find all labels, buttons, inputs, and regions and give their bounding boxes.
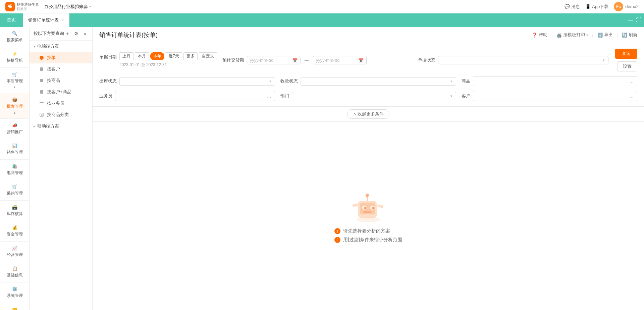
scheme-item-by-salesman[interactable]: 按业务员 [30,98,92,109]
customer-select[interactable]: ... [473,91,637,101]
bill-status-select[interactable]: ▾ [438,56,608,64]
phone-icon: 📱 [585,4,591,9]
bill-status-arrow-icon: ▾ [603,58,605,62]
sidebar-item-ecommerce[interactable]: 🛍️ 电商管理 [0,160,29,180]
shortcut-icon: ⚡ [12,51,17,56]
sidebar-item-retail[interactable]: 🛒 零售管理 ▾ [0,68,29,93]
app-download-action[interactable]: 📱 App下载 [585,4,608,10]
this-month-btn[interactable]: 本月 [135,52,149,60]
scheme-item-by-customer-goods[interactable]: 按客户+商品 [30,86,92,98]
scheme-icon-goods [39,78,44,83]
system-icon: ⚙️ [12,287,17,292]
scheme-group-desktop: ▾ 电脑端方案 按单 按客户 [30,41,92,120]
sidebar-item-purchase[interactable]: 🛒 采购管理 [0,180,29,201]
export-btn[interactable]: ⬇️ 导出 [597,32,613,38]
date-quick-buttons: 上月 本月 本年 近7天 更多 自定义 [119,52,217,60]
scheme-collapse-btn[interactable]: « [82,30,88,37]
collapse-bar[interactable]: ∧ 收起更多条件 [93,107,644,122]
sidebar-item-cooperation[interactable]: 🤝 企业协同 [0,303,29,310]
message-icon: 💬 [565,4,570,9]
receipt-status-filter: 收款状态 ▾ [280,77,456,86]
current-year-btn[interactable]: 本年 [150,52,164,60]
scheme-icon-salesman [39,101,44,106]
expected-date-start[interactable]: yyyy-mm-dd 📅 [247,56,301,64]
sidebar-item-finance[interactable]: 💰 资金管理 [0,221,29,242]
scheme-icon-order [39,55,44,60]
bill-date-filter: 单据日期 上月 本月 本年 近7天 更多 自定义 2023-01-01 至 20… [99,52,217,68]
ship-status-arrow-icon: ▾ [269,79,271,84]
mobile-group-arrow-icon: ▸ [34,124,35,128]
bill-status-filter: 单据状态 ▾ [418,56,608,64]
purchase-icon: 🛒 [12,184,17,189]
marketing-icon: 📣 [12,123,17,128]
ship-status-select[interactable]: ▾ [119,77,275,86]
more-date-btn[interactable]: 更多 [183,52,198,60]
sales-icon: 📊 [12,143,17,148]
scheme-panel: 按以下方案查询 + ⚙ « ▾ 电脑端方案 按单 [30,27,93,310]
export-icon: ⬇️ [597,33,603,38]
last-month-btn[interactable]: 上月 [119,52,133,60]
sidebar-item-wholesale[interactable]: 📦 批发管理 ▴ [0,93,29,119]
goods-select[interactable]: ... [473,76,637,86]
scheme-group-desktop-header[interactable]: ▾ 电脑端方案 [30,41,92,52]
svg-rect-20 [352,203,359,207]
expected-date-filter: 预计交货期 yyyy-mm-dd 📅 — yyyy-mm-dd 📅 [222,56,413,64]
salesman-select[interactable]: ... [115,91,275,101]
logo: 畅 畅捷通好生意 标准版 [5,2,39,11]
user-profile[interactable]: Ea demo2 [614,2,639,11]
customer-ellipsis[interactable]: ... [629,93,634,99]
scheme-item-by-order[interactable]: 按单 [30,52,92,63]
scheme-icon-customer [39,66,44,72]
management-icon: 📈 [12,246,17,251]
svg-point-0 [40,56,44,60]
sidebar-item-search[interactable]: 🔍 搜索菜单 [0,27,29,47]
print-btn[interactable]: 🖨️ 按模板打印 ▾ [556,32,588,38]
sidebar-item-management[interactable]: 📈 经营管理 [0,242,29,262]
settings-btn[interactable]: 设置 [617,61,637,71]
tab-home[interactable]: 首页 [0,13,23,27]
scheme-group-mobile-header[interactable]: ▸ 移动端方案 [30,120,92,132]
basics-icon: 📋 [12,266,17,271]
receipt-status-arrow-icon: ▾ [450,79,452,84]
scheme-icon-customer-goods [39,89,44,95]
tab-close-btn[interactable]: × [61,18,64,22]
scheme-item-by-customer[interactable]: 按客户 [30,63,92,75]
sidebar-item-sales[interactable]: 📊 销售管理 [0,139,29,160]
receipt-status-select[interactable]: ▾ [301,77,456,86]
sidebar-item-inventory[interactable]: 🗃️ 库存核算 [0,201,29,221]
dept-select[interactable]: ▾ [292,92,456,100]
collapse-btn[interactable]: ∧ 收起更多条件 [347,109,390,119]
refresh-btn[interactable]: 🔄 刷新 [622,32,637,38]
tab-sales-statistics[interactable]: 销售订单统计表 × [23,13,69,27]
salesman-ellipsis[interactable]: ... [267,93,271,99]
wholesale-arrow-icon: ▴ [14,111,15,114]
tab-maximize-btn[interactable]: ⛶ [636,17,641,23]
sidebar-item-marketing[interactable]: 📣 营销推广 [0,119,29,139]
tab-minimize-btn[interactable]: — [628,17,633,23]
goods-ellipsis[interactable]: ... [629,78,634,84]
query-btn[interactable]: 查询 [615,49,637,59]
sidebar-item-system[interactable]: ⚙️ 系统管理 [0,282,29,303]
retail-arrow-icon: ▾ [14,85,15,89]
message-action[interactable]: 💬 消息 [565,4,580,10]
refresh-icon: 🔄 [622,33,627,38]
custom-date-btn[interactable]: 自定义 [199,52,217,60]
scheme-item-by-goods[interactable]: 按商品 [30,75,92,86]
scheme-settings-btn[interactable]: ⚙ [73,30,79,37]
ecommerce-icon: 🛍️ [12,164,17,169]
search-icon: 🔍 [12,31,17,36]
last7-btn[interactable]: 近7天 [166,52,182,60]
sidebar-item-shortcuts[interactable]: ⚡ 快捷导航 [0,47,29,68]
dept-arrow-icon: ▾ [450,94,452,98]
retail-icon: 🛒 [12,72,17,77]
ship-status-filter: 出库状态 ▾ [99,77,275,86]
sidebar-item-basics[interactable]: 📋 基础信息 [0,262,29,282]
filter-row-3: 业务员 ... 部门 ▾ 客户 [99,91,637,101]
scheme-add-btn[interactable]: + [64,30,71,37]
help-btn[interactable]: ❓ 帮助 [532,32,547,38]
svg-rect-2 [40,79,43,82]
scheme-item-by-goods-category[interactable]: 按商品分类 [30,109,92,120]
expected-date-end[interactable]: yyyy-mm-dd 📅 [313,56,367,64]
svg-point-16 [372,207,374,209]
workspace-selector[interactable]: 办公用品行业模拟账套 ▾ [42,2,94,11]
